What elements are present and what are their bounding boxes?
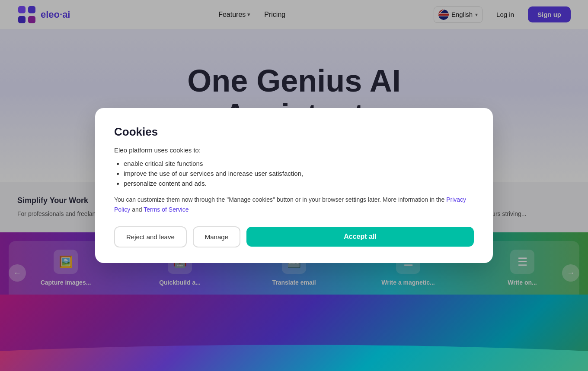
accept-button[interactable]: Accept all (246, 227, 474, 247)
reject-button[interactable]: Reject and leave (114, 226, 187, 247)
cookie-items-list: enable critical site functions improve t… (114, 160, 474, 187)
terms-link[interactable]: Terms of Service (144, 206, 189, 213)
cookie-title: Cookies (114, 125, 474, 139)
cookie-modal: Cookies Eleo platform uses cookies to: e… (95, 108, 493, 263)
cookie-item-2: improve the use of our services and incr… (124, 170, 474, 177)
cookie-item-1: enable critical site functions (124, 160, 474, 167)
cookie-item-3: personalize content and ads. (124, 180, 474, 187)
cookie-intro: Eleo platform uses cookies to: (114, 146, 474, 154)
cookie-actions: Reject and leave Manage Accept all (114, 226, 474, 247)
cookie-overlay: Cookies Eleo platform uses cookies to: e… (0, 0, 588, 371)
manage-button[interactable]: Manage (193, 226, 240, 247)
cookie-info: You can customize them now through the "… (114, 195, 474, 214)
